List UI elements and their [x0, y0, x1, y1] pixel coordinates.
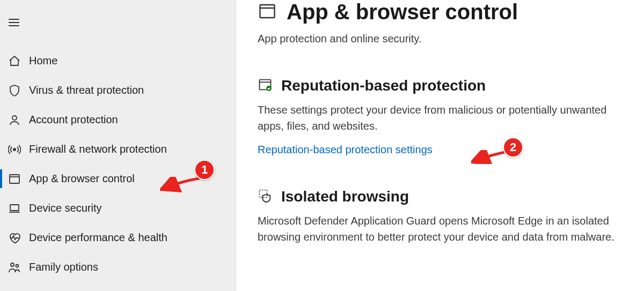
section-reputation: Reputation-based protection These settin… — [258, 77, 628, 156]
section-isolated: Isolated browsing Microsoft Defender App… — [258, 188, 628, 245]
shield-icon — [8, 84, 21, 98]
nav-device-performance[interactable]: Device performance & health — [0, 223, 236, 252]
svg-rect-6 — [260, 5, 275, 18]
page-title: App & browser control — [287, 0, 518, 24]
nav-device-security[interactable]: Device security — [0, 193, 236, 223]
hamburger-menu[interactable] — [0, 0, 236, 39]
annotation-arrow-1 — [160, 177, 203, 193]
section-body: These settings protect your device from … — [258, 102, 628, 134]
nav-label: Virus & threat protection — [29, 84, 144, 96]
page-title-row: App & browser control — [258, 0, 628, 24]
window-icon — [258, 2, 277, 23]
home-icon — [8, 54, 21, 68]
nav-label: App & browser control — [29, 173, 135, 185]
main-content: App & browser control App protection and… — [236, 0, 644, 291]
nav-label: Account protection — [29, 114, 118, 126]
section-body: Microsoft Defender Application Guard ope… — [258, 213, 628, 245]
antenna-icon — [8, 143, 21, 156]
svg-point-5 — [16, 264, 19, 267]
svg-point-1 — [13, 148, 16, 151]
hamburger-icon — [8, 16, 20, 29]
isolated-browsing-icon — [258, 188, 273, 205]
laptop-icon — [8, 202, 21, 215]
annotation-badge-1: 1 — [194, 160, 215, 180]
annotation-badge-2: 2 — [503, 137, 523, 158]
nav-label: Device security — [29, 202, 102, 214]
svg-rect-9 — [260, 190, 267, 198]
section-title: Isolated browsing — [281, 188, 409, 205]
nav-label: Device performance & health — [29, 232, 167, 244]
svg-point-4 — [11, 263, 14, 266]
nav-virus-threat[interactable]: Virus & threat protection — [0, 76, 236, 105]
reputation-icon — [258, 77, 273, 94]
family-icon — [8, 260, 21, 274]
window-icon — [8, 172, 21, 186]
reputation-settings-link[interactable]: Reputation-based protection settings — [258, 144, 433, 156]
heart-icon — [8, 231, 21, 245]
nav-home[interactable]: Home — [0, 46, 236, 76]
nav-label: Firewall & network protection — [29, 143, 167, 155]
section-title: Reputation-based protection — [281, 77, 486, 94]
section-title-row: Isolated browsing — [258, 188, 628, 205]
svg-rect-2 — [10, 175, 19, 183]
page-subtitle: App protection and online security. — [258, 33, 628, 45]
nav-label: Home — [29, 55, 57, 67]
sidebar: Home Virus & threat protection Account p… — [0, 0, 236, 291]
account-icon — [8, 113, 21, 127]
svg-point-0 — [12, 116, 17, 120]
nav-firewall[interactable]: Firewall & network protection — [0, 135, 236, 164]
section-title-row: Reputation-based protection — [258, 77, 628, 94]
nav-label: Family options — [29, 261, 98, 273]
nav-account-protection[interactable]: Account protection — [0, 105, 236, 135]
nav-family-options[interactable]: Family options — [0, 252, 236, 282]
svg-rect-3 — [10, 205, 19, 211]
